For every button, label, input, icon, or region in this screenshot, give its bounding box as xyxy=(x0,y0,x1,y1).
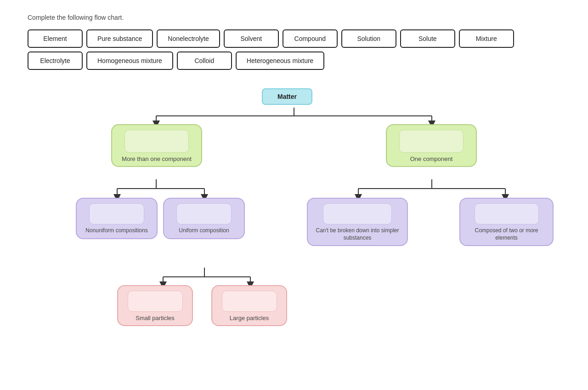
mixture-input-box[interactable] xyxy=(124,130,189,153)
compound-label: Composed of two or more elements xyxy=(465,227,548,241)
mixture-label: More than one component xyxy=(122,155,192,162)
matter-box: Matter xyxy=(262,88,312,105)
small-particles-label: Small particles xyxy=(136,315,175,321)
mixture-node: More than one component xyxy=(111,124,202,167)
flowchart: Matter More than one component One compo… xyxy=(41,84,547,369)
word-tile-nonelectrolyte[interactable]: Nonelectrolyte xyxy=(157,29,220,48)
word-bank: Element Pure substance Nonelectrolyte So… xyxy=(28,29,560,70)
word-tile-electrolyte[interactable]: Electrolyte xyxy=(28,52,83,70)
homogeneous-input-box[interactable] xyxy=(176,203,232,224)
large-particles-input-box[interactable] xyxy=(222,291,277,312)
word-tile-solute[interactable]: Solute xyxy=(400,29,455,48)
compound-node: Composed of two or more elements xyxy=(459,198,554,246)
word-tile-solution[interactable]: Solution xyxy=(341,29,396,48)
heterogeneous-node: Nonuniform compositions xyxy=(76,198,158,239)
word-tile-heterogeneous[interactable]: Heterogeneous mixture xyxy=(236,52,325,70)
pure-substance-node: One component xyxy=(386,124,477,167)
compound-input-box[interactable] xyxy=(475,203,539,224)
word-tile-mixture[interactable]: Mixture xyxy=(459,29,514,48)
instruction-text: Complete the following flow chart. xyxy=(28,14,560,21)
word-tile-colloid[interactable]: Colloid xyxy=(177,52,232,70)
word-tile-solvent[interactable]: Solvent xyxy=(224,29,279,48)
small-particles-node: Small particles xyxy=(117,285,193,326)
word-tile-element[interactable]: Element xyxy=(28,29,83,48)
heterogeneous-label: Nonuniform compositions xyxy=(85,227,147,235)
pure-substance-label: One component xyxy=(410,155,453,162)
word-tile-compound[interactable]: Compound xyxy=(283,29,338,48)
large-particles-node: Large particles xyxy=(211,285,287,326)
element-input-box[interactable] xyxy=(323,203,392,224)
pure-substance-input-box[interactable] xyxy=(399,130,464,153)
element-label: Can't be broken down into simpler substa… xyxy=(312,227,402,241)
word-tile-pure-substance[interactable]: Pure substance xyxy=(86,29,153,48)
homogeneous-node: Uniform composition xyxy=(163,198,245,239)
small-particles-input-box[interactable] xyxy=(128,291,183,312)
homogeneous-label: Uniform composition xyxy=(179,227,229,235)
matter-node: Matter xyxy=(262,88,312,105)
large-particles-label: Large particles xyxy=(230,315,269,321)
element-node: Can't be broken down into simpler substa… xyxy=(307,198,408,246)
heterogeneous-input-box[interactable] xyxy=(89,203,144,224)
word-tile-homogeneous[interactable]: Homogeneous mixture xyxy=(86,52,173,70)
